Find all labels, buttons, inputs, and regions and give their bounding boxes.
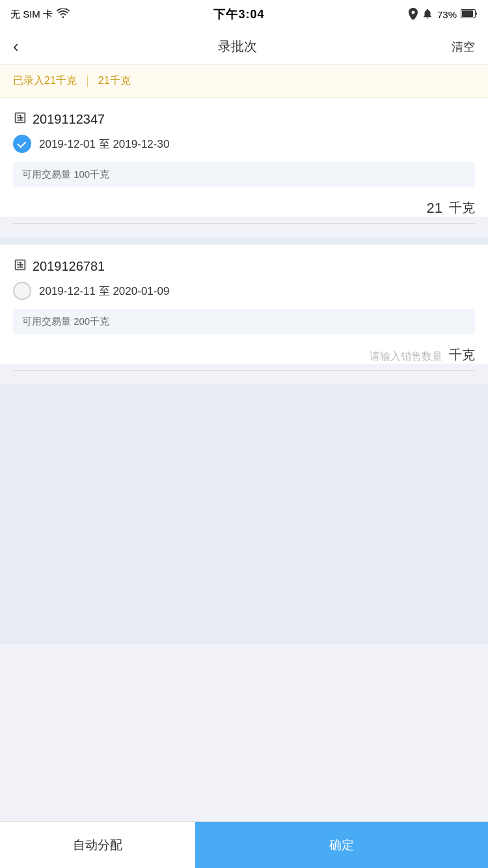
batch1-header: 2019112347	[13, 111, 475, 128]
batch2-card: 2019126781 2019-12-11 至 2020-01-09 可用交易量…	[0, 245, 488, 334]
batch1-qty-input[interactable]	[338, 200, 442, 217]
batch1-date: 2019-12-01 至 2019-12-30	[39, 137, 169, 152]
alarm-icon	[422, 8, 433, 21]
bottom-buttons: 自动分配 确定	[0, 821, 488, 868]
batch1-icon	[13, 111, 27, 128]
nav-bar: ‹ 录批次 清空	[0, 29, 488, 65]
total-label: 21千克	[98, 74, 131, 88]
status-left: 无 SIM 卡	[10, 8, 70, 21]
bottom-empty-area	[0, 384, 488, 644]
batch2-id: 2019126781	[33, 259, 105, 274]
batch2-qty-unit: 千克	[449, 346, 475, 364]
svg-rect-1	[462, 10, 473, 17]
batch2-qty-input[interactable]	[338, 347, 442, 364]
clear-button[interactable]: 清空	[452, 39, 475, 55]
battery-icon	[461, 9, 478, 20]
batch2-icon	[13, 258, 27, 275]
batch2-header: 2019126781	[13, 258, 475, 275]
batch1-date-row[interactable]: 2019-12-01 至 2019-12-30	[13, 135, 475, 153]
batch2-available: 可用交易量 200千克	[13, 309, 475, 334]
wifi-icon	[57, 8, 70, 21]
battery-text: 73%	[437, 9, 457, 20]
status-time: 下午3:04	[213, 7, 264, 22]
batch1-card: 2019112347 2019-12-01 至 2019-12-30 可用交易量…	[0, 98, 488, 187]
batch2-date: 2019-12-11 至 2020-01-09	[39, 284, 169, 299]
batch1-id: 2019112347	[33, 112, 105, 127]
status-bar: 无 SIM 卡 下午3:04 73%	[0, 0, 488, 29]
batch2-date-row[interactable]: 2019-12-11 至 2020-01-09	[13, 282, 475, 300]
page-title: 录批次	[218, 38, 257, 55]
back-button[interactable]: ‹	[13, 31, 24, 62]
batch2-radio[interactable]	[13, 282, 31, 300]
confirm-button[interactable]: 确定	[195, 822, 488, 868]
banner-divider	[87, 75, 88, 87]
batch1-radio[interactable]	[13, 135, 31, 153]
status-right: 73%	[409, 8, 478, 21]
batch2-input-row: 千克	[0, 334, 488, 364]
batch2-underline	[13, 370, 475, 371]
batch1-qty-unit: 千克	[449, 199, 475, 217]
no-sim-text: 无 SIM 卡	[10, 8, 53, 21]
batch1-input-row: 千克	[0, 187, 488, 217]
batch1-available: 可用交易量 100千克	[13, 162, 475, 187]
batch1-underline	[13, 223, 475, 224]
recorded-label: 已录入21千克	[13, 74, 77, 88]
info-banner: 已录入21千克 21千克	[0, 65, 488, 98]
auto-distribute-button[interactable]: 自动分配	[0, 822, 195, 868]
card-separator	[0, 237, 488, 245]
location-icon	[409, 8, 418, 21]
